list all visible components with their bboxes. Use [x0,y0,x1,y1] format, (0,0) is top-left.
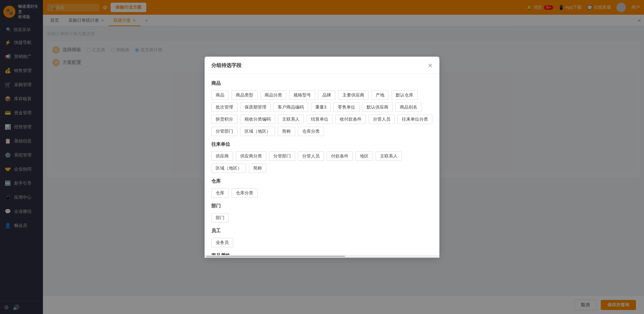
tag-默认仓库[interactable]: 默认仓库 [391,90,418,100]
dialog-horizontal-scrollbar[interactable] [205,255,439,258]
section-title-department: 部门 [211,203,433,209]
tag-供应商分类[interactable]: 供应商分类 [236,151,266,161]
tag-group-warehouse: 仓库仓库分类 [211,188,433,198]
tag-品牌[interactable]: 品牌 [318,90,335,100]
section-department: 部门部门 [211,203,433,223]
section-title-employee: 员工 [211,228,433,234]
tag-商品类型[interactable]: 商品类型 [231,90,258,100]
tag-分管人员[interactable]: 分管人员 [369,115,395,124]
section-title-warehouse: 仓库 [211,178,433,184]
section-partner: 往来单位供应商供应商分类分管部门分管人员付款条件地区主联系人区域（地区）简称 [211,141,433,173]
tag-收付款条件[interactable]: 收付款条件 [335,115,366,124]
tag-结算单位[interactable]: 结算单位 [307,115,333,124]
section-title-partner: 往来单位 [211,141,433,147]
tag-分管部门[interactable]: 分管部门 [269,151,295,161]
tag-group-department: 部门 [211,213,433,223]
dialog-title: 分组待选字段 [211,62,241,69]
tag-付款条件[interactable]: 付款条件 [327,151,353,161]
tag-保质期管理[interactable]: 保质期管理 [240,103,271,112]
tag-拆货积分[interactable]: 拆货积分 [211,115,237,124]
field-picker-dialog: 分组待选字段 ✕ 商品商品商品类型商品分类规格型号品牌主要供应商产地默认仓库批次… [205,57,439,258]
tag-重量3[interactable]: 重量3 [311,103,331,112]
dialog-header: 分组待选字段 ✕ [205,57,439,74]
tag-零售单位[interactable]: 零售单位 [333,103,360,112]
tag-产地[interactable]: 产地 [371,90,389,100]
tag-分管人员[interactable]: 分管人员 [298,151,324,161]
tag-规格型号[interactable]: 规格型号 [289,90,315,100]
tag-往来单位分类[interactable]: 往来单位分类 [397,115,432,124]
section-warehouse: 仓库仓库仓库分类 [211,178,433,198]
dialog-close-btn[interactable]: ✕ [428,62,433,69]
tag-税收分类编码[interactable]: 税收分类编码 [240,115,275,124]
tag-商品[interactable]: 商品 [211,90,229,100]
tag-供应商[interactable]: 供应商 [211,151,233,161]
section-title-goods-attr: 商品属性 [211,253,433,255]
tag-商品分类[interactable]: 商品分类 [260,90,286,100]
section-title-goods: 商品 [211,80,433,86]
tag-客户商品编码[interactable]: 客户商品编码 [273,103,308,112]
tag-主联系人[interactable]: 主联系人 [278,115,304,124]
tag-批次管理[interactable]: 批次管理 [211,103,237,112]
tag-仓库[interactable]: 仓库 [211,188,229,198]
tag-group-employee: 业务员 [211,238,433,247]
tag-地区[interactable]: 地区 [356,151,373,161]
tag-区域（地区）[interactable]: 区域（地区） [211,164,246,173]
tag-group-goods: 商品商品类型商品分类规格型号品牌主要供应商产地默认仓库批次管理保质期管理客户商品… [211,90,433,136]
tag-主要供应商[interactable]: 主要供应商 [338,90,369,100]
tag-默认供应商[interactable]: 默认供应商 [362,103,393,112]
tag-简称[interactable]: 简称 [278,127,295,136]
section-goods-attr: 商品属性属性颜色多规格尺码鞋码1 [211,253,433,255]
tag-业务员[interactable]: 业务员 [211,238,233,247]
section-employee: 员工业务员 [211,228,433,247]
dialog-body: 商品商品商品类型商品分类规格型号品牌主要供应商产地默认仓库批次管理保质期管理客户… [205,74,439,255]
tag-仓库分类[interactable]: 仓库分类 [298,127,324,136]
tag-主联系人[interactable]: 主联系人 [376,151,402,161]
tag-商品别名[interactable]: 商品别名 [395,103,422,112]
tag-仓库分类[interactable]: 仓库分类 [231,188,258,198]
section-goods: 商品商品商品类型商品分类规格型号品牌主要供应商产地默认仓库批次管理保质期管理客户… [211,80,433,136]
tag-简称[interactable]: 简称 [249,164,266,173]
tag-group-partner: 供应商供应商分类分管部门分管人员付款条件地区主联系人区域（地区）简称 [211,151,433,173]
tag-区域（地区）[interactable]: 区域（地区） [240,127,275,136]
tag-部门[interactable]: 部门 [211,213,229,223]
tag-分管部门[interactable]: 分管部门 [211,127,237,136]
